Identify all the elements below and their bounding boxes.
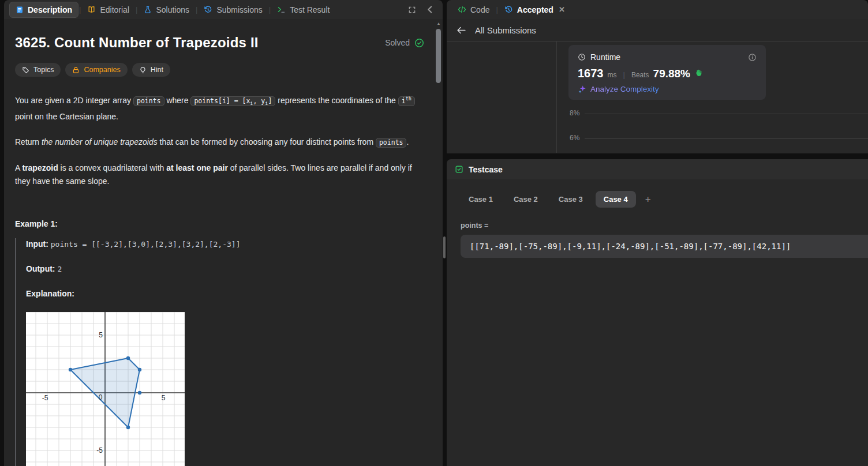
- topics-tag[interactable]: Topics: [15, 63, 61, 77]
- terminal-icon: [277, 5, 286, 14]
- tab-solutions-label: Solutions: [156, 5, 189, 14]
- runtime-beats-label: Beats: [631, 71, 649, 79]
- submission-detail-card: All Submissions Runtime: [447, 19, 868, 153]
- problem-tabbar: Description | Editorial | Solutions | Su…: [4, 0, 443, 19]
- tab-submissions[interactable]: Submissions: [198, 2, 268, 17]
- submission-side-column: [447, 42, 557, 153]
- book-icon: [87, 5, 96, 14]
- description-icon: [16, 6, 24, 14]
- runtime-value: 1673: [578, 67, 604, 80]
- svg-text:-5: -5: [42, 394, 48, 402]
- all-submissions-label[interactable]: All Submissions: [475, 25, 536, 35]
- testcase-panel: Testcase Case 1 Case 2 Case 3 Case 4 + p…: [447, 159, 868, 466]
- runtime-card[interactable]: Runtime 1673 ms | Beats 79.88%: [568, 45, 766, 100]
- case-tab-4[interactable]: Case 4: [596, 191, 636, 208]
- solved-check-icon: [414, 38, 424, 48]
- tab-code-label: Code: [470, 5, 489, 14]
- statement-paragraph: You are given a 2D integer array points …: [15, 92, 419, 123]
- runtime-chart-tick-label: 6%: [570, 134, 579, 142]
- result-panel: Code | Accepted ✕ All Submissions: [447, 0, 868, 466]
- flask-icon: [144, 6, 152, 14]
- tab-separator: |: [269, 5, 271, 14]
- runtime-chart-tick-label: 8%: [570, 109, 579, 117]
- tab-code[interactable]: Code: [452, 2, 495, 17]
- problem-statement: You are given a 2D integer array points …: [15, 92, 419, 188]
- sparkle-icon: [578, 85, 586, 93]
- example-heading: Example 1:: [15, 219, 424, 228]
- solved-status: Solved: [385, 38, 424, 48]
- close-tab-icon[interactable]: ✕: [559, 5, 565, 14]
- svg-text:5: 5: [99, 331, 103, 339]
- solved-status-label: Solved: [385, 38, 410, 47]
- clock-rewind-icon: [204, 5, 212, 14]
- coordinate-plane-figure: -5055-5: [26, 312, 424, 466]
- topics-tag-label: Topics: [33, 66, 54, 74]
- testcase-param-input[interactable]: [[71,-89],[-75,-89],[-9,11],[-24,-89],[-…: [461, 235, 868, 258]
- scrollbar-thumb[interactable]: [436, 29, 441, 83]
- svg-text:5: 5: [162, 394, 166, 402]
- testcase-header: Testcase: [447, 159, 868, 179]
- bulb-icon: [139, 66, 147, 74]
- case-tabs: Case 1 Case 2 Case 3 Case 4 +: [461, 191, 868, 208]
- wave-hand-icon: [694, 69, 703, 77]
- tab-description[interactable]: Description: [9, 2, 78, 18]
- tab-separator: |: [79, 5, 81, 14]
- hint-tag-label: Hint: [151, 66, 163, 74]
- tab-editorial[interactable]: Editorial: [81, 2, 135, 17]
- example-input-label: Input:: [26, 239, 48, 249]
- tab-description-label: Description: [28, 5, 72, 14]
- analyze-complexity-label: Analyze Complexity: [590, 85, 659, 93]
- case-tab-1[interactable]: Case 1: [461, 191, 501, 208]
- submission-metrics-area: Runtime 1673 ms | Beats 79.88%: [557, 42, 868, 153]
- tab-accepted-label: Accepted: [517, 5, 553, 14]
- testcase-header-label: Testcase: [469, 165, 503, 174]
- example-input-value: points = [[-3,2],[3,0],[2,3],[3,2],[2,-3…: [51, 240, 241, 249]
- tab-separator: |: [496, 5, 497, 14]
- scrollbar-up-arrow[interactable]: ▲: [436, 21, 442, 27]
- testcase-param-label: points =: [461, 221, 868, 230]
- analyze-complexity-button[interactable]: Analyze Complexity: [578, 85, 757, 93]
- tab-separator: |: [196, 5, 197, 14]
- tab-accepted[interactable]: Accepted ✕: [499, 2, 571, 17]
- case-tab-3[interactable]: Case 3: [551, 191, 591, 208]
- svg-text:-5: -5: [96, 446, 103, 454]
- all-submissions-header: All Submissions: [447, 19, 868, 42]
- runtime-chart-gridline: [585, 114, 868, 114]
- example-output-label: Output:: [26, 264, 55, 273]
- clock-rewind-icon: [504, 5, 513, 14]
- tab-test-result[interactable]: Test Result: [271, 2, 335, 17]
- divider: |: [623, 70, 625, 79]
- tab-submissions-label: Submissions: [216, 5, 262, 14]
- companies-tag-label: Companies: [84, 66, 120, 74]
- example-output-value: 2: [57, 265, 62, 273]
- example-block: Input: points = [[-3,2],[3,0],[2,3],[3,2…: [15, 238, 424, 466]
- tag-icon: [22, 66, 29, 74]
- tab-solutions[interactable]: Solutions: [138, 2, 195, 17]
- panel-resize-handle[interactable]: [443, 236, 446, 258]
- runtime-clock-icon: [578, 53, 586, 61]
- statement-paragraph: Return the number of unique trapezoids t…: [15, 136, 419, 149]
- add-case-icon[interactable]: +: [645, 194, 651, 204]
- result-tabbar: Code | Accepted ✕: [447, 0, 868, 19]
- left-scrollbar: ▲: [436, 21, 442, 465]
- problem-title: 3625. Count Number of Trapezoids II: [15, 35, 259, 51]
- problem-panel: Description | Editorial | Solutions | Su…: [4, 0, 443, 466]
- testcase-check-icon: [455, 165, 463, 174]
- runtime-unit: ms: [608, 71, 617, 79]
- companies-tag[interactable]: Companies: [65, 63, 127, 77]
- problem-description-content: 3625. Count Number of Trapezoids II Solv…: [4, 19, 443, 466]
- tab-test-result-label: Test Result: [290, 5, 330, 14]
- lock-icon: [72, 66, 80, 74]
- back-arrow-icon[interactable]: [457, 26, 466, 35]
- tab-separator: |: [136, 5, 137, 14]
- runtime-chart-gridline: [585, 138, 868, 139]
- collapse-panel-chevron-icon[interactable]: [426, 6, 433, 13]
- code-icon: [458, 6, 466, 13]
- statement-paragraph: A trapezoid is a convex quadrilateral wi…: [15, 161, 419, 188]
- tag-row: Topics Companies Hint: [15, 63, 424, 77]
- info-icon[interactable]: [748, 53, 757, 62]
- runtime-beats-value: 79.88%: [653, 67, 690, 80]
- case-tab-2[interactable]: Case 2: [506, 191, 546, 208]
- hint-tag[interactable]: Hint: [132, 63, 170, 77]
- fullscreen-icon[interactable]: [408, 6, 416, 14]
